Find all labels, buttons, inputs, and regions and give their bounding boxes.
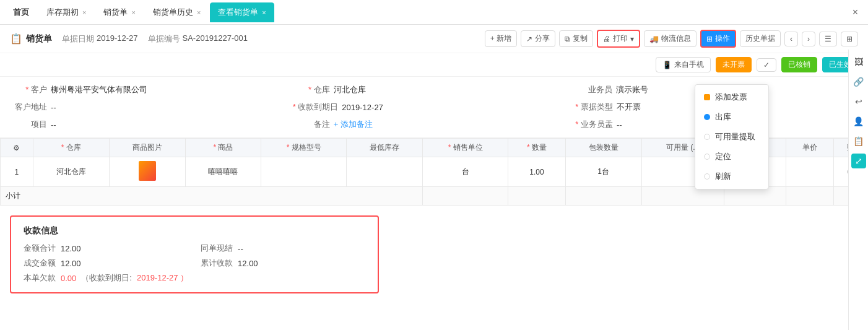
dropdown-add-invoice[interactable]: 添加发票 <box>695 87 768 107</box>
summary-deal: 成交金额 12.00 <box>24 258 188 269</box>
mobile-button[interactable]: 📱 来自手机 <box>656 57 711 72</box>
customer-label: 客户 <box>10 84 47 95</box>
summary-collected-value: 12.00 <box>238 259 258 268</box>
nav-next-button[interactable]: › <box>802 32 815 46</box>
staff-value: 演示账号 <box>616 84 648 95</box>
col-product: 商品 <box>185 139 261 157</box>
subtotal-unit <box>423 187 508 206</box>
confirm-button[interactable]: ✓ <box>757 58 776 72</box>
doc-number-group: 单据编号 SA-20191227-001 <box>148 33 248 45</box>
logistics-button[interactable]: 🚚 物流信息 <box>644 30 697 47</box>
tab-home[interactable]: 首页 <box>5 2 37 22</box>
doc-title-area: 📋 销货单 <box>10 33 52 45</box>
summary-due-date-label: （收款到期日: <box>81 272 132 284</box>
tab-view-sales-close[interactable]: × <box>262 9 266 16</box>
subtotal-row: 小计 <box>1 187 868 206</box>
payment-value: 2019-12-27 <box>342 103 383 112</box>
doc-number-value: SA-20191227-001 <box>183 33 248 45</box>
col-warehouse: 仓库 <box>33 139 109 157</box>
print-button[interactable]: 🖨 打印 ▾ <box>597 30 640 48</box>
dropdown-menu: 添加发票 出库 可用量提取 定位 刷新 <box>695 84 769 189</box>
subtotal-qty <box>508 187 566 206</box>
sidebar-link-icon[interactable]: 🔗 <box>851 74 866 89</box>
col-gear: ⚙ <box>1 139 33 157</box>
row-spec <box>261 157 347 187</box>
subtotal-pack <box>565 187 641 206</box>
doc-header: 📋 销货单 单据日期 2019-12-27 单据编号 SA-20191227-0… <box>0 25 868 53</box>
available-icon <box>704 134 710 140</box>
note-label: 备注 <box>293 119 330 130</box>
invoice-status-button[interactable]: 未开票 <box>716 57 752 72</box>
locate-icon <box>704 154 710 160</box>
tab-sales-label: 销货单 <box>103 7 128 18</box>
locate-label: 定位 <box>715 151 731 162</box>
tab-view-sales[interactable]: 查看销货单 × <box>210 2 274 22</box>
dropdown-outbound[interactable]: 出库 <box>695 107 768 127</box>
tab-inventory[interactable]: 库存期初 × <box>38 2 94 22</box>
project-label: 项目 <box>10 119 47 130</box>
mobile-icon: 📱 <box>662 61 672 69</box>
summary-box: 收款信息 金额合计 12.00 同单现结 -- 成交金额 12.00 <box>10 215 379 293</box>
note-add-button[interactable]: + 添加备注 <box>334 119 373 130</box>
sidebar-user-icon[interactable]: 👤 <box>851 114 866 129</box>
sidebar-doc-icon[interactable]: 📋 <box>851 134 866 149</box>
tab-history[interactable]: 销货单历史 × <box>145 2 209 22</box>
tab-history-label: 销货单历史 <box>153 7 193 18</box>
summary-cashsettle-value: -- <box>238 244 243 253</box>
nav-prev-button[interactable]: ‹ <box>784 32 798 46</box>
tab-history-close[interactable]: × <box>197 9 201 16</box>
available-label: 可用量提取 <box>715 131 755 142</box>
history-button[interactable]: 历史单据 <box>740 30 781 47</box>
summary-deal-label: 成交金额 <box>24 258 56 269</box>
doc-icon: 📋 <box>10 33 22 45</box>
col-min-stock: 最低库存 <box>347 139 423 157</box>
row-qty: 1.00 <box>508 157 566 187</box>
staff-label: 业务员 <box>575 84 612 95</box>
tab-inventory-close[interactable]: × <box>82 9 86 16</box>
tab-sales-close[interactable]: × <box>131 9 135 16</box>
summary-owed: 本单欠款 0.00 （收款到期日: 2019-12-27 ） <box>24 272 188 284</box>
subtotal-avail <box>641 187 724 206</box>
payment-field: 收款到期日 2019-12-27 <box>293 102 576 113</box>
logistics-icon: 🚚 <box>649 35 659 43</box>
new-button[interactable]: + 新增 <box>485 30 517 47</box>
subtotal-label: 小计 <box>1 187 423 206</box>
summary-cashsettle: 同单现结 -- <box>201 243 365 254</box>
doc-date-value: 2019-12-27 <box>97 33 138 45</box>
view-list-button[interactable]: ☰ <box>819 32 837 46</box>
share-button[interactable]: ↗ 分享 <box>521 30 555 47</box>
dropdown-refresh[interactable]: 刷新 <box>695 167 768 186</box>
dropdown-available[interactable]: 可用量提取 <box>695 127 768 147</box>
dropdown-locate[interactable]: 定位 <box>695 147 768 167</box>
operation-button[interactable]: ⊞ 操作 <box>700 30 736 48</box>
summary-title: 收款信息 <box>24 225 365 237</box>
confirm-icon: ✓ <box>763 61 770 69</box>
warehouse-field: 仓库 河北仓库 <box>293 84 576 95</box>
window-close-button[interactable]: × <box>848 4 863 20</box>
subtotal-stock <box>724 187 786 206</box>
col-spec: 规格型号 <box>261 139 347 157</box>
col-unit: 销售单位 <box>423 139 508 157</box>
sidebar-image-icon[interactable]: 🖼 <box>851 54 866 69</box>
summary-deal-value: 12.00 <box>61 259 81 268</box>
sidebar-return-icon[interactable]: ↩ <box>851 94 866 109</box>
summary-owed-value: 0.00 <box>61 274 76 283</box>
row-min-stock <box>347 157 423 187</box>
view-grid-button[interactable]: ⊞ <box>841 32 858 46</box>
col-price: 单价 <box>786 139 833 157</box>
tab-sales[interactable]: 销货单 × <box>95 2 143 22</box>
tab-home-label: 首页 <box>13 7 29 18</box>
summary-total-value: 12.00 <box>61 244 81 253</box>
address-value: -- <box>51 103 56 112</box>
writeoff-button[interactable]: 已核销 <box>781 57 817 72</box>
doc-number-label: 单据编号 <box>148 33 180 45</box>
col-qty: 数量 <box>508 139 566 157</box>
sidebar-expand-icon[interactable]: ⤢ <box>851 154 866 168</box>
col-image: 商品图片 <box>109 139 185 157</box>
payment-label: 收款到期日 <box>293 102 339 113</box>
row-image <box>109 157 185 187</box>
subtotal-price <box>786 187 833 206</box>
copy-button[interactable]: ⧉ 复制 <box>559 30 593 47</box>
doc-meta: 单据日期 2019-12-27 单据编号 SA-20191227-001 <box>62 33 248 45</box>
doc-title-label: 销货单 <box>26 33 52 45</box>
